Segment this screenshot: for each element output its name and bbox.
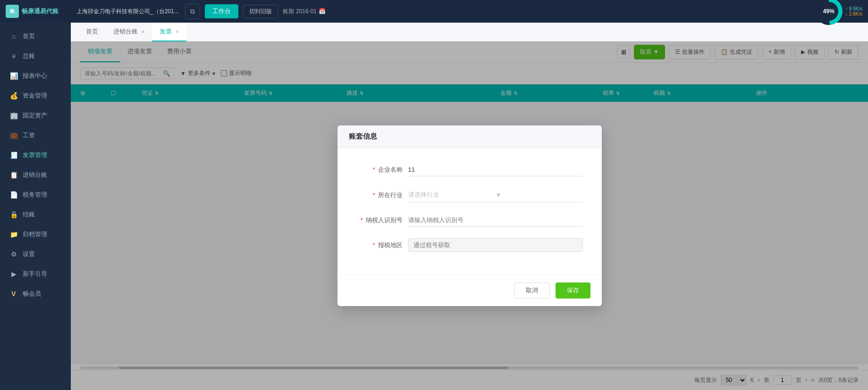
tax-region-input[interactable] <box>408 238 583 252</box>
sidebar-item-assets[interactable]: 🏢 固定资产 <box>0 106 71 125</box>
tax-id-input[interactable] <box>408 214 583 227</box>
tab-invoice[interactable]: 发票 × <box>152 23 186 41</box>
taxid-field-label: * 纳税人识别号 <box>356 216 408 224</box>
sidebar-label-tax: 税务管理 <box>23 191 47 199</box>
form-row-company: * 企业名称 <box>356 163 583 176</box>
dialog-title: 账套信息 <box>349 132 377 140</box>
save-button[interactable]: 保存 <box>556 282 590 299</box>
sidebar-label-settings: 设置 <box>23 250 35 258</box>
cancel-button[interactable]: 取消 <box>514 282 550 299</box>
sidebar-item-ledger[interactable]: ≡ 总账 <box>0 46 71 66</box>
sidebar: ⌂ 首页 ≡ 总账 📊 报表中心 💰 资金管理 🏢 固定资产 💼 工资 🧾 发票… <box>0 23 71 390</box>
sidebar-label-assets: 固定资产 <box>23 111 47 120</box>
dialog-body: * 企业名称 * 所在行业 请选择行业 <box>337 148 602 274</box>
tab-purchase-close[interactable]: × <box>142 29 144 34</box>
company-selector[interactable]: 上海卯金刀电子科技有限公司_（台201... ▼ <box>76 8 180 16</box>
sidebar-label-guide: 新手引导 <box>23 270 47 278</box>
switch-old-button[interactable]: 切到旧版 <box>243 5 278 18</box>
sidebar-item-reports[interactable]: 📊 报表中心 <box>0 66 71 86</box>
app-layout: ⌂ 首页 ≡ 总账 📊 报表中心 💰 资金管理 🏢 固定资产 💼 工资 🧾 发票… <box>0 23 868 390</box>
sidebar-item-member[interactable]: V 畅会员 <box>0 284 71 304</box>
content-area: 首页 进销台账 × 发票 × 销项发票 进项发票 <box>71 23 868 390</box>
assets-icon: 🏢 <box>9 111 18 120</box>
sidebar-item-invoice[interactable]: 🧾 发票管理 <box>0 145 71 165</box>
sidebar-label-purchase: 进销台账 <box>23 171 47 179</box>
member-icon: V <box>9 290 18 298</box>
speed-up: ↑ 8.5K/s <box>845 6 862 11</box>
modal-overlay: 账套信息 * 企业名称 <box>71 41 868 390</box>
sidebar-label-home: 首页 <box>23 32 35 41</box>
form-row-taxid: * 纳税人识别号 <box>356 214 583 227</box>
industry-select[interactable]: 请选择行业 ▼ <box>408 188 583 202</box>
taxregion-field-label: * 报税地区 <box>356 241 408 249</box>
app-logo: 账 畅康通易代账 <box>6 5 72 18</box>
archive-icon: 📁 <box>9 230 18 239</box>
sidebar-item-settings[interactable]: ⚙ 设置 <box>0 244 71 264</box>
sidebar-label-ledger: 总账 <box>23 52 35 60</box>
ledger-icon: ≡ <box>9 52 18 60</box>
sidebar-item-funds[interactable]: 💰 资金管理 <box>0 86 71 106</box>
speed-percent: 49% <box>819 2 838 21</box>
sidebar-item-wages[interactable]: 💼 工资 <box>0 125 71 145</box>
reports-icon: 📊 <box>9 72 18 80</box>
funds-icon: 💰 <box>9 91 18 100</box>
industry-dropdown-icon: ▼ <box>496 191 583 199</box>
sidebar-label-wages: 工资 <box>23 131 35 140</box>
sidebar-label-archive: 归档管理 <box>23 230 47 239</box>
dialog-footer: 取消 保存 <box>337 274 602 306</box>
guide-icon: ▶ <box>9 270 18 278</box>
purchase-icon: 📋 <box>9 171 18 179</box>
speed-stats: ↑ 8.5K/s ↓ 2.6K/s <box>845 6 862 17</box>
sidebar-item-closing[interactable]: 🔒 结账 <box>0 205 71 224</box>
speed-widget: 49% ↑ 8.5K/s ↓ 2.6K/s <box>815 0 862 25</box>
sidebar-item-guide[interactable]: ▶ 新手引导 <box>0 264 71 284</box>
tab-invoice-close[interactable]: × <box>176 29 178 34</box>
tab-bar: 首页 进销台账 × 发票 × <box>71 23 868 41</box>
company-field-label: * 企业名称 <box>356 166 408 174</box>
speed-circle: 49% <box>815 0 843 25</box>
sidebar-item-home[interactable]: ⌂ 首页 <box>0 26 71 46</box>
form-row-industry: * 所在行业 请选择行业 ▼ <box>356 188 583 202</box>
account-info-dialog: 账套信息 * 企业名称 <box>337 125 602 306</box>
tab-invoice-label: 发票 <box>160 27 172 36</box>
app-name: 畅康通易代账 <box>22 7 59 16</box>
industry-field-label: * 所在行业 <box>356 191 408 199</box>
speed-down: ↓ 2.6K/s <box>845 11 862 17</box>
tab-purchase[interactable]: 进销台账 × <box>106 23 152 41</box>
period-display: 账期 2016-01 📅 <box>283 8 326 16</box>
dialog-header: 账套信息 <box>337 125 602 148</box>
sidebar-label-invoice: 发票管理 <box>23 151 47 159</box>
tax-icon: 📄 <box>9 191 18 199</box>
home-icon: ⌂ <box>9 32 18 41</box>
page-content: 销项发票 进项发票 费用小票 ⊞ 取票 ▼ ☰ <box>71 41 868 390</box>
sidebar-label-member: 畅会员 <box>23 290 41 298</box>
company-name-input[interactable] <box>408 163 583 176</box>
sidebar-label-closing: 结账 <box>23 210 35 219</box>
form-row-taxregion: * 报税地区 <box>356 238 583 252</box>
topbar: 账 畅康通易代账 上海卯金刀电子科技有限公司_（台201... ▼ ⧉ 工作台 … <box>0 0 868 23</box>
sidebar-label-reports: 报表中心 <box>23 72 47 80</box>
company-name: 上海卯金刀电子科技有限公司_（台201... <box>76 8 179 16</box>
tab-home[interactable]: 首页 <box>78 23 106 41</box>
topbar-right: 49% ↑ 8.5K/s ↓ 2.6K/s <box>815 0 862 25</box>
invoice-icon: 🧾 <box>9 151 18 159</box>
industry-placeholder: 请选择行业 <box>408 191 496 199</box>
sidebar-item-tax[interactable]: 📄 税务管理 <box>0 185 71 205</box>
sidebar-item-purchase[interactable]: 📋 进销台账 <box>0 165 71 185</box>
wages-icon: 💼 <box>9 131 18 140</box>
settings-icon: ⚙ <box>9 250 18 258</box>
sidebar-item-archive[interactable]: 📁 归档管理 <box>0 224 71 244</box>
sidebar-label-funds: 资金管理 <box>23 91 47 100</box>
calendar-icon[interactable]: 📅 <box>319 8 326 15</box>
tab-home-label: 首页 <box>86 27 98 36</box>
closing-icon: 🔒 <box>9 210 18 219</box>
copy-icon[interactable]: ⧉ <box>185 4 200 19</box>
tab-purchase-label: 进销台账 <box>113 27 138 36</box>
logo-icon: 账 <box>6 5 19 18</box>
workbench-button[interactable]: 工作台 <box>205 4 238 18</box>
